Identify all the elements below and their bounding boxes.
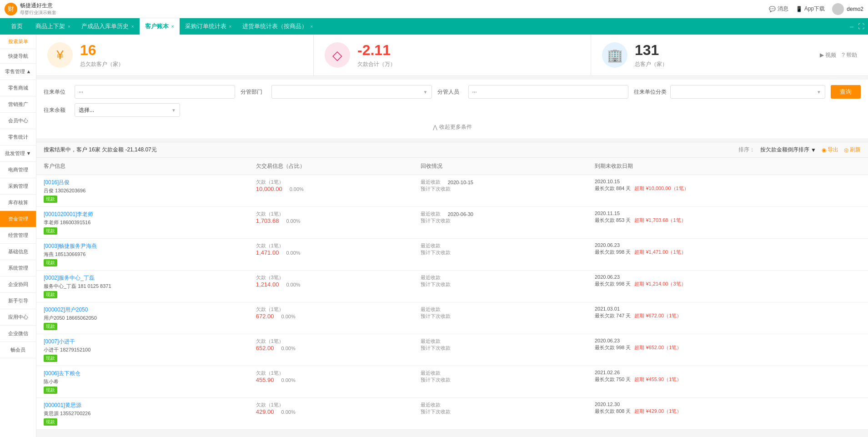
sidebar-item-marketing[interactable]: 营销推广 — [0, 96, 36, 113]
customer-name-1[interactable]: [0001020001]李老师 — [44, 211, 241, 218]
sidebar-item-vip[interactable]: 畅会员 — [0, 342, 36, 358]
stat-card-total-customers: 🏢 131 总客户（家） ▶ 视频 ? 帮助 — [591, 35, 868, 75]
cell-overdue-1: 2020.11.15 最长欠款 853 天 超期 ¥1,703.68（1笔） — [587, 207, 868, 239]
category-select[interactable]: ▼ — [670, 85, 825, 99]
overdue-amount-4[interactable]: 超期 ¥672.00（1笔） — [634, 312, 682, 319]
sidebar-item-wechat[interactable]: 企业微信 — [0, 326, 36, 342]
sort-select[interactable]: 按欠款金额倒序排序 ▼ — [760, 146, 816, 154]
tab-production[interactable]: 产成品入库单历史 × — [76, 18, 140, 35]
customer-name-7[interactable]: [000001]黄思源 — [44, 402, 241, 409]
customer-tag-5: 现款 — [44, 355, 57, 362]
overdue-amount-6[interactable]: 超期 ¥455.90（1笔） — [634, 376, 682, 383]
debt-percent-1: 0.00% — [286, 218, 300, 224]
sidebar: 搜索菜单 快捷导航 零售管理 ▲ 零售商城 营销推广 会员中心 零售统计 批发管… — [0, 35, 36, 437]
overdue-amount-2[interactable]: 超期 ¥1,471.00（1笔） — [634, 249, 686, 256]
dept-select[interactable]: ▼ — [271, 85, 432, 99]
export-btn[interactable]: ◉ 导出 — [822, 146, 838, 154]
tab-home[interactable]: 首页 — [4, 18, 30, 35]
cell-payment-5: 最近收款 预计下次收款 — [413, 334, 587, 366]
debt-amount-3: 1,214.00 — [256, 281, 279, 288]
counterparty-input[interactable]: ··· — [75, 85, 235, 99]
sort-arrow: ▼ — [811, 147, 816, 153]
stat-icon-total: 🏢 — [602, 42, 627, 68]
video-btn[interactable]: ▶ 视频 — [820, 51, 836, 59]
sidebar-item-guide[interactable]: 新手引导 — [0, 293, 36, 309]
user-menu[interactable]: demo2 — [832, 3, 863, 15]
sidebar-item-inventory[interactable]: 库存核算 — [0, 195, 36, 211]
sidebar-item-member[interactable]: 会员中心 — [0, 113, 36, 129]
sidebar-item-retail-mgmt-label: 零售管理 ▲ — [0, 68, 36, 75]
tab-goods-stats[interactable]: 进货单统计表（按商品） × — [237, 18, 318, 35]
results-summary: 搜索结果中，客户 16家 欠款金额 -21,148.07元 — [44, 146, 157, 154]
tab-goods-stats-close[interactable]: × — [310, 24, 313, 29]
refresh-btn[interactable]: ◎ 刷新 — [844, 146, 861, 154]
maximize-btn[interactable]: ⛶ — [858, 23, 864, 30]
customer-name-4[interactable]: [000002]用户2050 — [44, 306, 241, 314]
stat-card-actions: ▶ 视频 ? 帮助 — [820, 51, 857, 59]
tab-products[interactable]: 商品上下架 × — [30, 18, 76, 35]
customer-phone-6: 陈小希 — [44, 378, 241, 385]
tab-purchase-close[interactable]: × — [229, 24, 232, 29]
overdue-amount-0[interactable]: 超期 ¥10,000.00（1笔） — [634, 185, 688, 192]
sidebar-item-purchase[interactable]: 采购管理 — [0, 178, 36, 195]
filter-dept-label: 分管部门 — [241, 88, 268, 96]
help-icon: ? — [842, 52, 845, 58]
cell-overdue-3: 2020.06.23 最长欠款 998 天 超期 ¥1,214.00（3笔） — [587, 271, 868, 302]
tab-production-close[interactable]: × — [131, 24, 134, 29]
quick-nav-label: 快捷导航 — [0, 53, 36, 60]
minimize-btn[interactable]: – — [850, 23, 853, 30]
th-payment-status: 回收情况 — [413, 158, 587, 175]
tab-purchase[interactable]: 采购订单统计表 × — [180, 18, 237, 35]
collapse-btn[interactable]: ⋀ 收起更多条件 — [44, 121, 861, 133]
cell-customer-5: [0007]小进干 小进干 18279152100 现款 — [36, 334, 249, 366]
sidebar-item-retail-stats[interactable]: 零售统计 — [0, 129, 36, 146]
overdue-amount-7[interactable]: 超期 ¥429.00（1笔） — [634, 408, 682, 415]
tab-products-close[interactable]: × — [68, 24, 70, 29]
payment-label-3: 最近收款 — [421, 274, 441, 281]
sidebar-item-finance[interactable]: 资金管理 — [0, 211, 36, 227]
debt-amount-0: 10,000.00 — [256, 186, 282, 192]
overdue-amount-1[interactable]: 超期 ¥1,703.68（1笔） — [634, 217, 686, 224]
messages-btn[interactable]: 💬 消息 — [769, 5, 788, 13]
app-download-btn[interactable]: 📱 App下载 — [796, 5, 825, 13]
balance-select[interactable]: 选择... ▼ — [75, 103, 180, 117]
customer-name-6[interactable]: [0006]去下粮仓 — [44, 370, 241, 377]
customer-name-5[interactable]: [0007]小进干 — [44, 338, 241, 346]
debt-amount-2: 1,471.00 — [256, 249, 279, 256]
customer-name-0[interactable]: [0016]吕俊 — [44, 179, 241, 186]
search-button[interactable]: 查询 — [831, 85, 861, 99]
manager-input[interactable]: ··· — [468, 85, 629, 99]
table-row: [000001]黄思源 黄思源 13552700226 现款 欠款（1笔） 42… — [36, 398, 868, 430]
overdue-amount-5[interactable]: 超期 ¥652.00（1笔） — [634, 344, 682, 351]
sidebar-item-wholesale-label: 批发管理 ▼ — [0, 150, 36, 157]
sidebar-item-retail-mall-label: 零售商城 — [0, 85, 36, 91]
message-icon: 💬 — [769, 6, 776, 12]
customer-phone-0: 吕俊 13026203696 — [44, 187, 241, 194]
sidebar-quick-nav[interactable]: 快捷导航 — [0, 49, 36, 64]
payment-date-1: 2020-06-30 — [448, 211, 473, 217]
table-row: [0016]吕俊 吕俊 13026203696 现款 欠款（1笔） 10,000… — [36, 175, 868, 207]
sidebar-item-operations[interactable]: 经营管理 — [0, 227, 36, 244]
stat-info-amount: -2.11 欠款合计（万） — [357, 42, 396, 68]
sidebar-item-retail-mall[interactable]: 零售商城 — [0, 80, 36, 96]
sidebar-item-wholesale[interactable]: 批发管理 ▼ — [0, 146, 36, 162]
customer-name-2[interactable]: [0003]畅捷服务尹海燕 — [44, 242, 241, 250]
stats-row: ¥ 16 总欠款客户（家） ◇ -2.11 欠款合计（万） 🏢 131 总客户（… — [36, 35, 868, 76]
tab-customer-close[interactable]: × — [171, 24, 174, 29]
help-btn[interactable]: ? 帮助 — [842, 51, 857, 59]
filter-manager: 分管人员 ··· — [437, 85, 629, 99]
customer-phone-3: 服务中心_丁磊 181 0125 8371 — [44, 283, 241, 290]
customer-tag-7: 现款 — [44, 418, 57, 426]
tab-customer-account[interactable]: 客户账本 × — [140, 18, 180, 35]
cell-overdue-7: 2020.12.30 最长欠款 808 天 超期 ¥429.00（1笔） — [587, 398, 868, 430]
sidebar-item-ecommerce[interactable]: 电商管理 — [0, 162, 36, 178]
sidebar-search[interactable]: 搜索菜单 — [0, 35, 36, 49]
cell-customer-3: [0002]服务中心_丁磊 服务中心_丁磊 181 0125 8371 现款 — [36, 271, 249, 302]
sidebar-item-base-info[interactable]: 基础信息 — [0, 244, 36, 260]
customer-name-3[interactable]: [0002]服务中心_丁磊 — [44, 274, 241, 282]
sidebar-item-retail-mgmt[interactable]: 零售管理 ▲ — [0, 64, 36, 80]
overdue-amount-3[interactable]: 超期 ¥1,214.00（3笔） — [634, 281, 686, 287]
sidebar-item-app-center[interactable]: 应用中心 — [0, 309, 36, 326]
sidebar-item-collab[interactable]: 企业协同 — [0, 276, 36, 293]
sidebar-item-system[interactable]: 系统管理 — [0, 260, 36, 276]
